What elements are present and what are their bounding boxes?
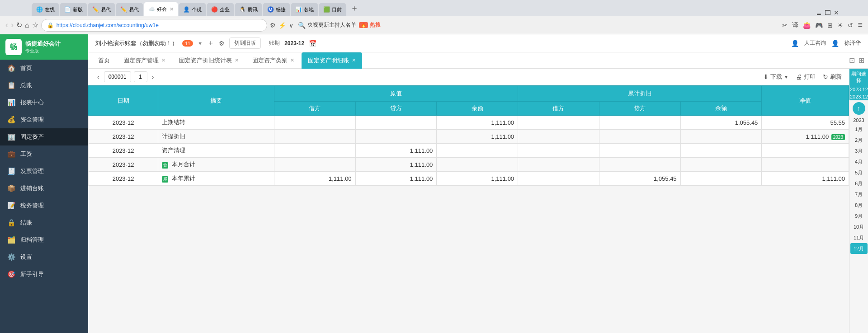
tab-home[interactable]: 首页 bbox=[92, 52, 116, 69]
browser-tab-new[interactable]: 📄 新版 bbox=[60, 3, 87, 16]
period-item-1[interactable]: 1月 bbox=[850, 124, 868, 135]
period-value: 2023-12 bbox=[284, 40, 304, 47]
lightning-icon[interactable]: ⚡ bbox=[278, 22, 286, 29]
address-text: https://cloud.chanjet.com/accounting/uw1… bbox=[57, 22, 159, 28]
tab-close-icon[interactable]: ✕ bbox=[235, 57, 239, 63]
forward-button[interactable]: › bbox=[11, 20, 14, 30]
period-header[interactable]: 期间选择 bbox=[849, 69, 868, 86]
share-icon[interactable]: ⚙ bbox=[270, 22, 276, 29]
tab-bar: 🌐 在线 📄 新版 ✏️ 易代 ✏️ 易代 ☁️ 好会 ✕ 👤 个税 🔴 企业 bbox=[0, 0, 868, 16]
minimize-button[interactable]: 🗕 bbox=[816, 9, 822, 16]
period-selected-row1[interactable]: 2023.12 bbox=[849, 86, 868, 93]
tab-favicon: Ⓜ️ bbox=[267, 6, 274, 13]
back-button[interactable]: ‹ bbox=[5, 20, 8, 30]
browser-tab-yidai2[interactable]: ✏️ 易代 bbox=[116, 3, 143, 16]
tab-close-icon[interactable]: ✕ bbox=[290, 57, 294, 63]
sidebar-item-fixed-assets[interactable]: 🏢 固定资产 bbox=[0, 128, 88, 145]
sidebar-item-settings[interactable]: ⚙️ 设置 bbox=[0, 249, 88, 266]
undo-icon[interactable]: ↺ bbox=[848, 22, 853, 29]
period-item-10[interactable]: 10月 bbox=[850, 221, 868, 232]
tab-label: 目前 bbox=[332, 6, 342, 13]
cell-orig-balance: 1,111.00 bbox=[437, 130, 518, 144]
expand-icon[interactable]: ∨ bbox=[289, 22, 293, 29]
tab-close-icon[interactable]: ✕ bbox=[170, 6, 174, 12]
tab-fixed-assets-mgmt[interactable]: 固定资产管理 ✕ bbox=[117, 52, 172, 69]
period-selected-row2[interactable]: 2023.12 bbox=[849, 93, 868, 100]
tab-favicon: ✏️ bbox=[92, 6, 99, 13]
account-dropdown-icon[interactable]: ▼ bbox=[198, 41, 203, 46]
scissors-icon[interactable]: ✂ bbox=[782, 22, 788, 29]
sidebar-item-closing[interactable]: 🔒 结账 bbox=[0, 214, 88, 231]
tab-category[interactable]: 固定资产类别 ✕ bbox=[246, 52, 301, 69]
browser-tab-tax[interactable]: 👤 个税 bbox=[179, 3, 206, 16]
sidebar-item-invoice[interactable]: 🧾 发票管理 bbox=[0, 163, 88, 180]
browser-tab-tencent[interactable]: 🐧 腾讯 bbox=[235, 3, 262, 16]
refresh-button[interactable]: ↻ 刷新 bbox=[823, 73, 842, 81]
cell-net-value: 1,111.00 2023 bbox=[762, 130, 849, 144]
tab-ledger-active[interactable]: 固定资产明细账 ✕ bbox=[302, 52, 362, 69]
print-button[interactable]: 🖨 打印 bbox=[796, 73, 816, 81]
app-layout: 畅 畅捷通好会计 专业版 🏠 首页 📋 总账 📊 报表中心 💰 资金管理 bbox=[0, 34, 868, 333]
period-item-6[interactable]: 6月 bbox=[850, 178, 868, 189]
table-row: 2023-12 计提折旧 1,111.00 1,111.00 2023 bbox=[89, 130, 849, 144]
period-item-9[interactable]: 9月 bbox=[850, 211, 868, 221]
prev-page-button[interactable]: ‹ bbox=[95, 72, 101, 81]
browser-tab-changjie[interactable]: Ⓜ️ 畅捷 bbox=[263, 3, 290, 16]
sidebar-item-home[interactable]: 🏠 首页 bbox=[0, 60, 88, 77]
sidebar-item-payroll[interactable]: 💼 工资 bbox=[0, 145, 88, 163]
tab-close-icon[interactable]: ✕ bbox=[352, 57, 356, 63]
download-button[interactable]: ⬇ 下载 ▼ bbox=[763, 73, 788, 81]
browser-tab-online[interactable]: 🌐 在线 bbox=[32, 3, 59, 16]
calendar-icon[interactable]: 📅 bbox=[309, 40, 316, 47]
grid-icon[interactable]: ⊞ bbox=[827, 22, 833, 29]
new-tab-button[interactable]: ＋ bbox=[347, 3, 362, 14]
switch-version-button[interactable]: 切到旧版 bbox=[229, 38, 261, 49]
maximize-button[interactable]: 🗖 bbox=[825, 9, 831, 16]
period-item-2[interactable]: 2月 bbox=[850, 135, 868, 145]
browser-tab-gedi[interactable]: 📊 各地 bbox=[291, 3, 318, 16]
sidebar-item-guide[interactable]: 🎯 新手引导 bbox=[0, 266, 88, 283]
sidebar-item-label: 归档管理 bbox=[20, 236, 44, 244]
add-button[interactable]: ＋ bbox=[207, 38, 214, 48]
sidebar-item-funds[interactable]: 💰 资金管理 bbox=[0, 111, 88, 128]
next-page-button[interactable]: › bbox=[150, 72, 156, 81]
sidebar-item-inventory[interactable]: 📦 进销台账 bbox=[0, 180, 88, 197]
expand-panel-icon[interactable]: ⊞ bbox=[859, 56, 864, 65]
browser-tab-active[interactable]: ☁️ 好会 ✕ bbox=[144, 2, 178, 16]
settings-icon[interactable]: ⚙ bbox=[219, 40, 225, 47]
period-item-12-active[interactable]: 12月 bbox=[850, 243, 868, 254]
address-input[interactable]: 🔒 https://cloud.chanjet.com/accounting/u… bbox=[41, 19, 267, 32]
sidebar-item-general-ledger[interactable]: 📋 总账 bbox=[0, 77, 88, 94]
minimize-panel-icon[interactable]: ⊡ bbox=[849, 56, 855, 65]
bookmark-button[interactable]: ☆ bbox=[32, 21, 38, 29]
period-item-8[interactable]: 8月 bbox=[850, 200, 868, 211]
period-item-11[interactable]: 11月 bbox=[850, 232, 868, 243]
page-number-input[interactable] bbox=[134, 71, 147, 82]
sun-icon[interactable]: ☀ bbox=[837, 22, 843, 29]
sidebar-item-reports[interactable]: 📊 报表中心 bbox=[0, 94, 88, 111]
service-button[interactable]: 人工咨询 bbox=[804, 39, 826, 47]
tab-close-icon[interactable]: ✕ bbox=[161, 57, 165, 63]
period-item-5[interactable]: 5月 bbox=[850, 167, 868, 178]
page-code-input[interactable] bbox=[104, 71, 131, 82]
close-button[interactable]: ✕ bbox=[834, 9, 839, 16]
period-item-4[interactable]: 4月 bbox=[850, 156, 868, 167]
browser-tab-mubiao[interactable]: 🟩 目前 bbox=[319, 3, 346, 16]
tab-depreciation[interactable]: 固定资产折旧统计表 ✕ bbox=[173, 52, 245, 69]
wallet-icon[interactable]: 👛 bbox=[803, 22, 811, 29]
period-item-3[interactable]: 3月 bbox=[850, 145, 868, 156]
gamepad-icon[interactable]: 🎮 bbox=[815, 22, 823, 29]
th-original-value: 原值 bbox=[274, 86, 518, 102]
cell-orig-credit bbox=[355, 130, 437, 144]
sidebar-item-archive[interactable]: 🗂️ 归档管理 bbox=[0, 231, 88, 249]
reload-button[interactable]: ↻ bbox=[16, 21, 22, 29]
sidebar-item-tax[interactable]: 📝 税务管理 bbox=[0, 197, 88, 214]
browser-tab-yidai1[interactable]: ✏️ 易代 bbox=[88, 3, 115, 16]
sidebar-item-label: 设置 bbox=[20, 253, 32, 261]
home-button[interactable]: ⌂ bbox=[25, 21, 29, 29]
browser-tab-enterprise[interactable]: 🔴 企业 bbox=[207, 3, 234, 16]
translate-icon[interactable]: 译 bbox=[792, 21, 798, 29]
menu-icon[interactable]: ≡ bbox=[858, 20, 863, 30]
scroll-top-button[interactable]: ↑ bbox=[853, 102, 865, 115]
period-item-7[interactable]: 7月 bbox=[850, 189, 868, 200]
